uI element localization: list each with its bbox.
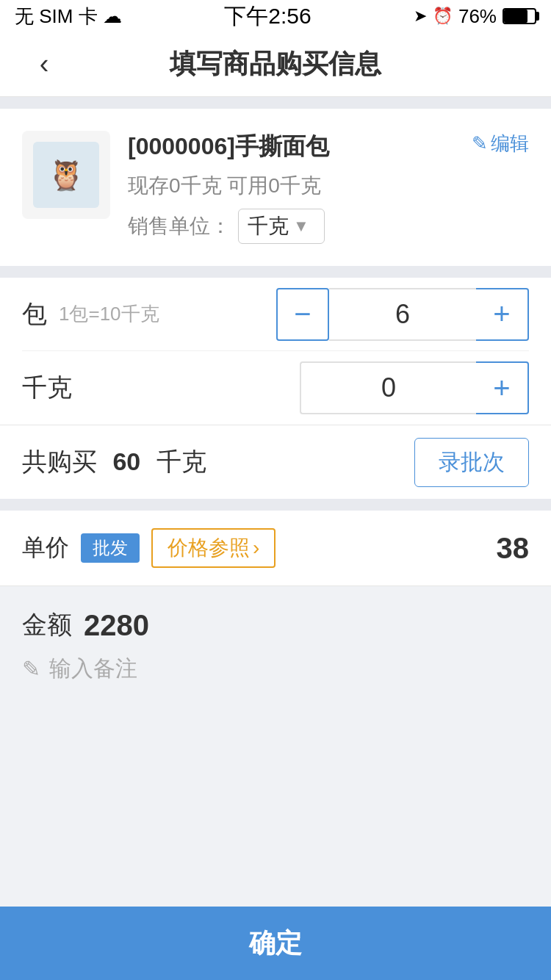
location-icon: ➤ — [414, 7, 427, 26]
total-text: 共购买 60 千克 — [22, 445, 206, 479]
total-row: 共购买 60 千克 录批次 — [22, 425, 529, 499]
product-image: 🦉 — [22, 131, 110, 219]
remark-placeholder: 输入备注 — [49, 654, 137, 684]
divider-1 — [0, 97, 551, 109]
divider-2 — [0, 266, 551, 278]
kg-quantity-row: 千克 + — [22, 351, 529, 425]
product-card: 🦉 [0000006]手撕面包 ✎ 编辑 现存0千克 可用0千克 销售单位： 千… — [0, 109, 551, 266]
total-section: 共购买 60 千克 录批次 — [0, 425, 551, 499]
unit-select[interactable]: 千克 ▼ — [238, 209, 325, 244]
status-right: ➤ ⏰ 76% — [414, 5, 536, 28]
bao-quantity-row: 包 1包=10千克 − + — [22, 278, 529, 351]
pencil-icon: ✎ — [22, 656, 40, 682]
page-title: 填写商品购买信息 — [170, 46, 381, 82]
price-label: 单价 — [22, 532, 69, 564]
bao-increment-button[interactable]: + — [476, 288, 529, 341]
edit-button[interactable]: ✎ 编辑 — [472, 131, 529, 156]
total-unit: 千克 — [156, 447, 206, 475]
product-logo-icon: 🦉 — [48, 158, 84, 192]
kg-control: + — [300, 361, 529, 414]
status-time: 下午2:56 — [224, 1, 311, 32]
price-type-tag: 批发 — [81, 533, 140, 563]
bao-decrement-button[interactable]: − — [276, 288, 329, 341]
quantity-section: 包 1包=10千克 − + 千克 + — [0, 278, 551, 425]
kg-input[interactable] — [300, 361, 476, 414]
total-value: 60 — [112, 447, 140, 475]
bao-control: − + — [276, 288, 529, 341]
battery-icon — [503, 8, 536, 24]
divider-4 — [0, 499, 551, 511]
price-value: 38 — [497, 532, 530, 565]
bao-hint: 1包=10千克 — [59, 301, 159, 327]
kg-increment-button[interactable]: + — [476, 361, 529, 414]
kg-label: 千克 — [22, 371, 72, 405]
product-stock: 现存0千克 可用0千克 — [128, 172, 529, 200]
price-reference-button[interactable]: 价格参照 › — [151, 528, 276, 568]
confirm-button[interactable]: 确定 — [249, 926, 302, 962]
bao-input[interactable] — [329, 288, 476, 341]
amount-section: 金额 2280 ✎ 输入备注 — [0, 586, 551, 699]
price-ref-label: 价格参照 — [168, 534, 250, 562]
back-button[interactable]: ‹ — [22, 43, 66, 87]
nav-bar: ‹ 填写商品购买信息 — [0, 32, 551, 97]
price-section: 单价 批发 价格参照 › 38 — [0, 511, 551, 586]
unit-label: 销售单位： — [128, 212, 231, 240]
edit-icon: ✎ — [472, 132, 488, 155]
amount-value: 2280 — [84, 609, 149, 642]
amount-label: 金额 — [22, 608, 72, 642]
alarm-icon: ⏰ — [433, 7, 453, 26]
product-info: [0000006]手撕面包 ✎ 编辑 现存0千克 可用0千克 销售单位： 千克 … — [128, 131, 529, 244]
product-unit-row: 销售单位： 千克 ▼ — [128, 209, 529, 244]
bao-label: 包 1包=10千克 — [22, 298, 159, 331]
unit-value: 千克 — [248, 212, 289, 240]
status-bar: 无 SIM 卡 ☁ 下午2:56 ➤ ⏰ 76% — [0, 0, 551, 32]
chevron-down-icon: ▼ — [293, 217, 309, 236]
chevron-right-icon: › — [253, 536, 259, 560]
confirm-bar[interactable]: 确定 — [0, 907, 551, 980]
battery-level: 76% — [458, 5, 497, 28]
status-left: 无 SIM 卡 ☁ — [15, 4, 122, 29]
remark-row[interactable]: ✎ 输入备注 — [22, 654, 529, 684]
sim-status: 无 SIM 卡 ☁ — [15, 4, 122, 29]
edit-label: 编辑 — [491, 131, 529, 156]
batch-button[interactable]: 录批次 — [414, 438, 529, 487]
amount-row: 金额 2280 — [22, 608, 529, 642]
product-name: [0000006]手撕面包 — [128, 131, 329, 163]
total-label: 共购买 — [22, 447, 97, 475]
